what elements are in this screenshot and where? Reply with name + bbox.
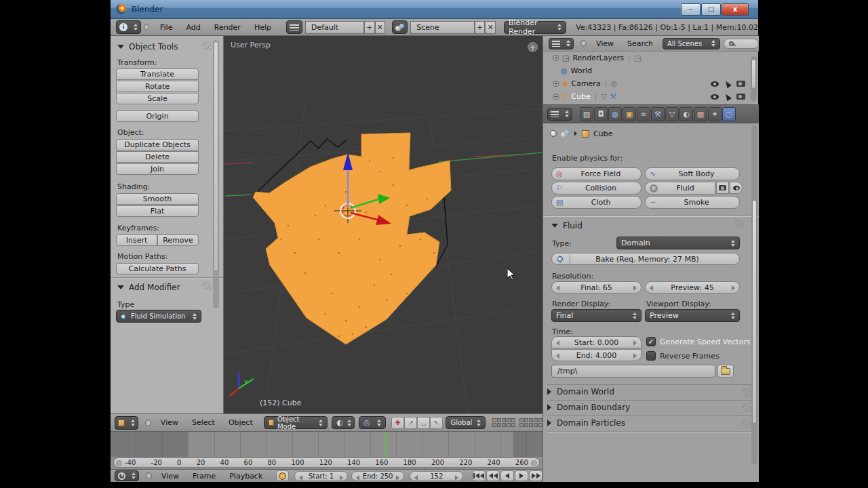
outliner-item-world[interactable]: ◍ World <box>543 64 759 77</box>
collapse-menus-icon[interactable] <box>580 40 587 47</box>
decrement-icon[interactable] <box>414 475 418 481</box>
renderable-camera-icon[interactable] <box>736 81 745 87</box>
tab-material[interactable]: ◐ <box>679 107 693 121</box>
minimize-button[interactable]: – <box>681 3 701 16</box>
selectable-pointer-icon[interactable] <box>724 79 732 88</box>
auto-keyframe-button[interactable] <box>276 470 289 481</box>
manipulator-arrow-toggle[interactable]: ↗ <box>404 417 417 429</box>
panel-grip[interactable] <box>202 41 211 50</box>
duplicate-objects-button[interactable]: Duplicate Objects <box>116 139 199 150</box>
fluid-viewport-toggle[interactable] <box>730 182 743 194</box>
screen-layout-icon-button[interactable] <box>286 20 302 34</box>
decrement-icon[interactable] <box>556 340 559 346</box>
domain-boundary-panel-header[interactable]: Domain Boundary <box>547 400 755 413</box>
panel-grip[interactable] <box>742 419 751 428</box>
tab-modifiers[interactable]: ⚒ <box>651 107 665 121</box>
delete-layout-button[interactable]: ✕ <box>375 21 386 34</box>
tab-particles[interactable]: ✦ <box>708 107 722 121</box>
outliner-scrollbar[interactable] <box>751 56 757 101</box>
decrement-icon[interactable] <box>356 475 359 481</box>
panel-grip[interactable] <box>742 388 751 396</box>
frame-end-field[interactable]: End: 250 <box>351 471 405 481</box>
scale-button[interactable]: Scale <box>116 93 199 104</box>
rotate-button[interactable]: Rotate <box>116 81 199 92</box>
cloth-button[interactable]: ▤ Cloth <box>551 196 642 209</box>
add-scene-button[interactable]: + <box>475 21 486 34</box>
scene-field[interactable]: Scene <box>410 21 475 34</box>
decrement-icon[interactable] <box>556 353 559 359</box>
collapse-menus-icon[interactable] <box>145 420 151 426</box>
menu-view[interactable]: View <box>156 470 184 482</box>
resolution-final-field[interactable]: Final: 65 <box>551 281 642 293</box>
editor-type-selector[interactable] <box>115 470 139 481</box>
layers-grid[interactable] <box>492 418 515 427</box>
browse-path-button[interactable] <box>717 365 734 378</box>
maximize-button[interactable]: □ <box>701 3 721 16</box>
timeline-scrub-area[interactable] <box>111 432 542 457</box>
delete-button[interactable]: Delete <box>116 151 199 163</box>
decrement-icon[interactable] <box>556 285 559 291</box>
outliner-item-camera[interactable]: + ◆ Camera ◎ <box>543 77 759 90</box>
panel-grip[interactable] <box>202 281 211 290</box>
remove-keyframe-button[interactable]: Remove <box>157 235 199 246</box>
tool-shelf-scrollbar[interactable] <box>213 40 219 308</box>
calculate-paths-button[interactable]: Calculate Paths <box>116 263 199 274</box>
add-modifier-panel-header[interactable]: Add Modifier <box>117 283 180 292</box>
increment-icon[interactable] <box>633 340 637 346</box>
increment-icon[interactable] <box>732 285 735 291</box>
translate-button[interactable]: Translate <box>116 68 199 80</box>
increment-icon[interactable] <box>633 353 637 359</box>
menu-frame[interactable]: Frame <box>187 470 221 482</box>
editor-type-selector[interactable]: i <box>116 20 141 34</box>
fluid-type-select[interactable]: Domain <box>616 237 740 249</box>
render-display-select[interactable]: Final <box>551 309 642 322</box>
properties-scrollbar[interactable] <box>751 125 757 464</box>
pin-icon[interactable] <box>550 130 557 137</box>
viewport-shading-select[interactable]: ◐ <box>332 416 355 429</box>
layers-grid-2[interactable] <box>519 418 542 427</box>
fluid-button[interactable]: ✕ Fluid <box>645 182 715 195</box>
mode-select[interactable]: Object Mode <box>264 416 328 429</box>
outliner-item-renderlayers[interactable]: + ◲ RenderLayers ◳ <box>543 52 759 64</box>
increment-icon[interactable] <box>633 285 637 291</box>
cache-path-field[interactable]: /tmp\ <box>551 365 715 378</box>
current-frame-marker[interactable] <box>385 432 387 457</box>
time-start-field[interactable]: Start: 0.000 <box>551 336 642 348</box>
selectable-pointer-icon[interactable] <box>724 92 732 101</box>
scrollbar-right-cap[interactable] <box>531 460 537 466</box>
increment-icon[interactable] <box>455 475 458 481</box>
collision-button[interactable]: ⚐ Collision <box>551 182 642 195</box>
speed-vectors-checkbox[interactable]: ✓ <box>646 337 656 346</box>
editor-type-selector[interactable] <box>549 38 574 49</box>
panel-grip[interactable] <box>742 403 751 412</box>
transform-orientation-select[interactable]: Global <box>446 416 486 429</box>
tab-constraints[interactable]: ∞ <box>637 107 650 121</box>
manipulator-scale-toggle[interactable]: ↖ <box>430 417 443 429</box>
bake-button[interactable]: Bake (Req. Memory: 27 MB) <box>551 253 740 265</box>
manipulator-rotate-toggle[interactable]: ◡ <box>417 417 430 429</box>
editor-type-selector[interactable] <box>115 416 138 430</box>
reverse-frames-checkbox[interactable] <box>646 351 656 361</box>
menu-playback[interactable]: Playback <box>224 470 268 482</box>
jump-next-keyframe-button[interactable] <box>529 470 542 481</box>
domain-particles-panel-header[interactable]: Domain Particles <box>547 415 755 429</box>
frame-start-field[interactable]: Start: 1 <box>294 471 348 481</box>
scene-filter-select[interactable]: All Scenes <box>663 38 720 49</box>
close-button[interactable]: x <box>722 3 749 16</box>
delete-scene-button[interactable]: ✕ <box>485 21 496 34</box>
modifier-type-select[interactable]: Fluid Simulation <box>116 310 201 323</box>
play-reverse-button[interactable] <box>500 470 514 481</box>
menu-select[interactable]: Select <box>186 417 220 428</box>
screen-layout-field[interactable]: Default <box>305 21 364 34</box>
menu-render[interactable]: Render <box>209 22 246 33</box>
visibility-eye-icon[interactable] <box>711 94 719 100</box>
expand-icon[interactable]: + <box>553 55 559 61</box>
domain-world-panel-header[interactable]: Domain World <box>547 384 755 398</box>
join-button[interactable]: Join <box>116 163 199 175</box>
outliner-item-cube[interactable]: + ▽ Cube ▽ ⚒ <box>543 90 759 103</box>
object-tools-panel-header[interactable]: Object Tools <box>117 42 178 52</box>
menu-help[interactable]: Help <box>249 22 277 33</box>
outliner-search-field[interactable] <box>724 39 759 49</box>
tab-render[interactable]: ▧ <box>580 107 593 121</box>
panel-grip[interactable] <box>735 219 744 228</box>
